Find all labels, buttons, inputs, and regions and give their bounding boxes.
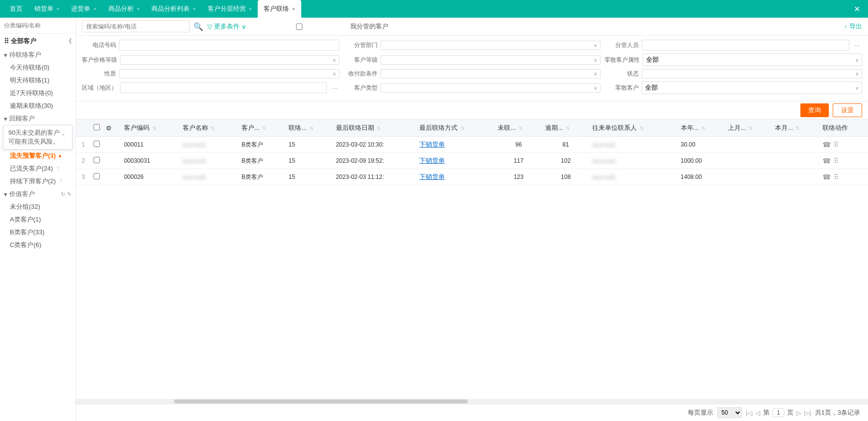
search-input[interactable]: [82, 21, 190, 32]
close-sales-tab[interactable]: ×: [56, 6, 59, 12]
th-unit-contact[interactable]: 往来单位联系人 ⇅: [589, 120, 677, 137]
th-overdue[interactable]: 逾期... ⇅: [542, 120, 589, 137]
my-customers-checkbox[interactable]: 我分管的客户: [250, 22, 388, 31]
sidebar-item-churn-warning[interactable]: 流失预警客户(3) ●: [0, 149, 75, 162]
sidebar-item-class-c[interactable]: C类客户(6): [0, 239, 75, 251]
person-input[interactable]: [642, 40, 849, 50]
row-last-method[interactable]: 下销货单: [416, 153, 495, 169]
my-customers-check[interactable]: [250, 24, 348, 30]
tab-customer-contact[interactable]: 客户联络 ×: [258, 0, 301, 18]
refresh-icon[interactable]: ↻: [61, 191, 65, 198]
all-customers-header[interactable]: ⠿ 全部客户 《: [0, 34, 75, 49]
prev-page-button[interactable]: ◁: [755, 409, 760, 417]
window-close-button[interactable]: ✕: [850, 4, 864, 14]
sidebar-item-declining[interactable]: 持续下滑客户(2) ?: [0, 175, 75, 188]
th-no-contact[interactable]: 未联... ⇅: [495, 120, 542, 137]
settings-button[interactable]: 设置: [833, 103, 862, 117]
table-row: 2 00030031 blurred3 B类客户 15 2023-02-09 1…: [76, 153, 868, 169]
sidebar-item-ungrouped[interactable]: 未分组(32): [0, 200, 75, 213]
last-page-button[interactable]: ▷|: [804, 409, 811, 417]
tab-customer-segment[interactable]: 客户分层经营 ×: [202, 0, 258, 18]
table-container: ⚙ 客户编码 ⇅ 客户名称 ⇅ 客户... ⇅: [76, 120, 868, 399]
person-more-icon[interactable]: ···: [852, 41, 862, 49]
table-settings-icon[interactable]: ⚙: [106, 124, 112, 132]
search-button[interactable]: 🔍: [193, 22, 203, 31]
sidebar-item-7days[interactable]: 近7天待联络(0): [0, 87, 75, 99]
tab-product-analysis-list[interactable]: 商品分析列表 ×: [145, 0, 201, 18]
row-check[interactable]: [91, 137, 103, 153]
more-action-icon-2[interactable]: ⠿: [834, 173, 839, 181]
row-last-method[interactable]: 下销货单: [416, 137, 495, 153]
first-page-button[interactable]: |◁: [746, 409, 752, 417]
sidebar-item-overdue[interactable]: 逾期未联络(30): [0, 99, 75, 112]
more-filters-button[interactable]: ▽ 更多条件 ∨: [207, 22, 246, 31]
payment-select[interactable]: ∨: [381, 69, 601, 78]
per-page-select[interactable]: 50 100 200: [717, 407, 742, 418]
sidebar-item-churned[interactable]: 已流失客户(24) ?: [0, 162, 75, 175]
collapse-icon[interactable]: 《: [66, 37, 72, 46]
row-check[interactable]: [91, 153, 103, 169]
toolbar: 🔍 ▽ 更多条件 ∨ 我分管的客户 ↑ 导出: [76, 18, 868, 36]
sidebar-search-input[interactable]: [4, 22, 76, 29]
th-code[interactable]: 客户编码 ⇅: [121, 120, 180, 137]
sidebar-search: 🔍: [0, 18, 75, 34]
contact-icon-0[interactable]: ☎: [822, 141, 831, 149]
th-last-month[interactable]: 上月... ⇅: [725, 120, 772, 137]
th-this-year[interactable]: 本年... ⇅: [678, 120, 725, 137]
horizontal-scrollbar[interactable]: [76, 399, 868, 404]
row-code: 00030031: [121, 153, 180, 169]
edit-icon[interactable]: ✎: [67, 191, 72, 198]
row-checkbox-1[interactable]: [94, 157, 100, 163]
th-this-month[interactable]: 本月... ⇅: [772, 120, 819, 137]
th-type[interactable]: 客户... ⇅: [239, 120, 286, 137]
row-check[interactable]: [91, 169, 103, 185]
row-checkbox-0[interactable]: [94, 141, 100, 147]
dept-select[interactable]: ∨: [381, 41, 601, 50]
contact-icon-1[interactable]: ☎: [822, 157, 831, 165]
area-more-icon[interactable]: ···: [330, 84, 339, 92]
th-last-method[interactable]: 最后联络方式 ⇅: [416, 120, 495, 137]
contact-icon-2[interactable]: ☎: [822, 173, 831, 181]
sidebar-item-class-a[interactable]: A类客户(1): [0, 213, 75, 226]
tab-purchase[interactable]: 进货单 ×: [65, 0, 102, 18]
select-all-checkbox[interactable]: [94, 124, 100, 130]
close-product-analysis-list-tab[interactable]: ×: [193, 6, 195, 12]
scroll-thumb[interactable]: [174, 399, 468, 403]
value-group-title[interactable]: ▾ 价值客户 ↻ ✎: [0, 188, 75, 200]
th-name[interactable]: 客户名称 ⇅: [180, 120, 239, 137]
row-checkbox-2[interactable]: [94, 173, 100, 179]
retail-attr-select[interactable]: 全部 ∨: [643, 53, 862, 66]
current-page[interactable]: 1: [772, 408, 784, 417]
chevron-down-icon: ∨: [241, 23, 246, 30]
customer-grade-select[interactable]: ∨: [381, 55, 601, 65]
sidebar-item-today[interactable]: 今天待联络(0): [0, 61, 75, 74]
area-input[interactable]: [120, 82, 327, 93]
tab-sales[interactable]: 销货单 ×: [28, 0, 65, 18]
status-select[interactable]: ∨: [642, 69, 862, 78]
phone-input[interactable]: [119, 40, 339, 50]
sidebar-item-class-b[interactable]: B类客户(33): [0, 226, 75, 239]
more-action-icon-1[interactable]: ⠿: [834, 157, 839, 165]
export-button[interactable]: ↑ 导出: [844, 22, 863, 31]
th-last-date[interactable]: 最后联络日期 ⇅: [333, 120, 417, 137]
tab-home[interactable]: 首页: [4, 0, 28, 18]
more-action-icon-0[interactable]: ⠿: [834, 141, 839, 149]
query-button[interactable]: 查询: [800, 103, 829, 117]
close-customer-segment-tab[interactable]: ×: [249, 6, 252, 12]
pending-group-title[interactable]: ▾ 待联络客户: [0, 49, 75, 61]
row-last-method[interactable]: 下销货单: [416, 169, 495, 185]
th-contact[interactable]: 联络... ⇅: [286, 120, 333, 137]
tab-product-analysis[interactable]: 商品分析 ×: [102, 0, 145, 18]
close-customer-contact-tab[interactable]: ×: [292, 6, 295, 12]
churn-group-title[interactable]: ▾ 回顾客户: [0, 112, 75, 125]
price-grade-select[interactable]: ∨: [120, 55, 339, 65]
close-purchase-tab[interactable]: ×: [93, 6, 96, 12]
sort-unit-contact-icon: ⇅: [640, 125, 644, 131]
nature-select[interactable]: ∨: [119, 69, 339, 78]
close-product-analysis-tab[interactable]: ×: [137, 6, 140, 12]
retail-customer-select[interactable]: 全部 ∨: [642, 81, 862, 94]
next-page-button[interactable]: ▷: [796, 409, 801, 417]
row-contact: 15: [286, 153, 333, 169]
customer-type-select[interactable]: ∨: [381, 83, 601, 93]
sidebar-item-tomorrow[interactable]: 明天待联络(1): [0, 74, 75, 87]
